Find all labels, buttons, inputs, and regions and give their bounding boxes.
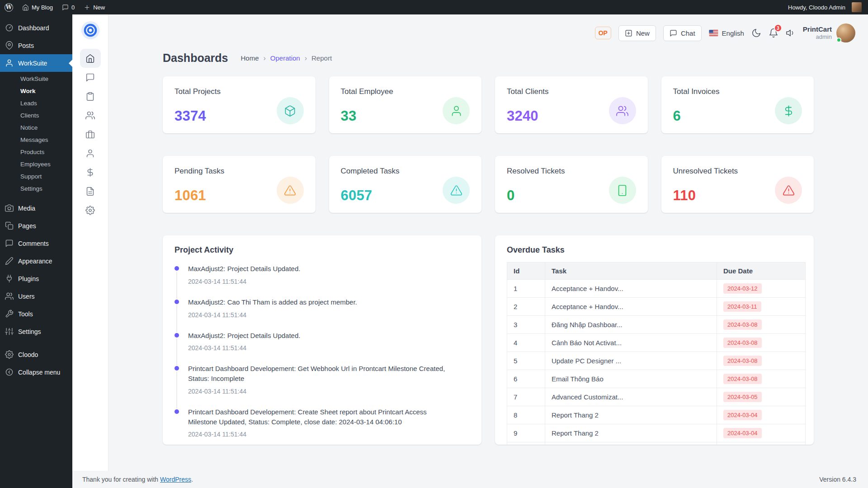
sidebar-item-users[interactable]: Users <box>0 287 72 305</box>
cell-due: 2024-03-04 <box>717 424 806 442</box>
sidebar-item-comments[interactable]: Comments <box>0 235 72 252</box>
online-status-dot <box>836 38 841 42</box>
wp-sidebar: Dashboard Posts WorkSuite WorkSuite Work… <box>0 14 72 488</box>
activity-text: Printcart Dashboard Developement: Get We… <box>188 364 450 384</box>
pushpin-icon <box>5 41 14 50</box>
activity-timestamp: 2024-03-14 11:51:44 <box>188 278 472 285</box>
stat-value: 3374 <box>175 108 221 124</box>
user-avatar[interactable] <box>836 23 855 42</box>
breadcrumb-operation[interactable]: Operation <box>259 54 300 62</box>
panel-title: Project Activity <box>175 245 470 255</box>
dashboard-icon <box>5 23 14 32</box>
rail-reports-button[interactable] <box>80 182 101 201</box>
submenu-item-messages[interactable]: Messages <box>0 134 72 146</box>
table-row: 2Acceptance + Handov...2024-03-11 <box>507 298 806 316</box>
sidebar-item-appearance[interactable]: Appearance <box>0 252 72 270</box>
wordpress-logo-button[interactable]: W <box>5 0 13 14</box>
cell-id: 4 <box>507 334 545 352</box>
wordpress-link[interactable]: WordPress <box>160 476 191 483</box>
submenu-item-notice[interactable]: Notice <box>0 122 72 134</box>
gear-icon <box>5 350 14 359</box>
rail-projects-button[interactable] <box>80 125 101 144</box>
account-menu[interactable]: PrintCart admin <box>803 23 855 42</box>
table-row: 8Report Thang 22024-03-04 <box>507 406 806 424</box>
sidebar-item-settings[interactable]: Settings <box>0 323 72 340</box>
sidebar-collapse-menu[interactable]: Collapse menu <box>0 363 72 381</box>
account-name-block: PrintCart admin <box>803 25 832 41</box>
plus-icon <box>84 4 90 11</box>
new-button[interactable]: New <box>618 25 656 41</box>
submenu-item-work[interactable]: Work <box>0 85 72 97</box>
dark-mode-moon-icon[interactable] <box>751 28 761 38</box>
worksuite-app: OP New Chat <box>72 14 868 471</box>
comments-bubble-icon <box>62 4 69 11</box>
submenu-item-leads[interactable]: Leads <box>0 97 72 109</box>
sidebar-item-posts[interactable]: Posts <box>0 37 72 54</box>
app-icon-rail <box>72 14 108 471</box>
submenu-item-support[interactable]: Support <box>0 170 72 183</box>
table-row: 1Acceptance + Handov...2024-03-12 <box>507 280 806 298</box>
cell-due: 2024-03-11 <box>717 298 806 316</box>
submenu-item-clients[interactable]: Clients <box>0 109 72 122</box>
op-logo-badge[interactable]: OP <box>595 27 611 39</box>
admin-bar-account[interactable]: Howdy, Cloodo Admin <box>788 0 862 14</box>
table-row: 4Cảnh Báo Not Activat...2024-03-08 <box>507 334 806 352</box>
submenu-item-worksuite[interactable]: WorkSuite <box>0 73 72 85</box>
rail-home-button[interactable] <box>80 49 101 68</box>
sidebar-item-plugins[interactable]: Plugins <box>0 270 72 287</box>
sidebar-item-worksuite[interactable]: WorkSuite <box>0 54 72 72</box>
cell-id: 7 <box>507 388 545 406</box>
app-logo[interactable] <box>81 21 100 40</box>
stat-label: Resolved Tickets <box>507 167 565 176</box>
sidebar-item-tools[interactable]: Tools <box>0 305 72 323</box>
cell-due: 2024-03-08 <box>717 352 806 370</box>
sidebar-item-label: Settings <box>18 328 41 335</box>
overdue-tasks-scroll[interactable]: Id Task Due Date 1Acceptance + Handov...… <box>495 262 814 445</box>
gear-icon <box>85 206 95 215</box>
dashboard-content: Dashboards Home Operation Report Total P… <box>108 42 868 471</box>
cell-task: Advanced Customizat... <box>545 388 717 406</box>
main-area: OP New Chat <box>108 14 868 471</box>
sidebar-item-dashboard[interactable]: Dashboard <box>0 19 72 37</box>
admin-bar-site-name[interactable]: My Blog <box>22 0 53 14</box>
admin-bar-new-button[interactable]: New <box>84 0 105 14</box>
activity-dot-icon <box>175 266 179 271</box>
admin-bar-comments[interactable]: 0 <box>62 0 75 14</box>
sidebar-item-cloodo[interactable]: Cloodo <box>0 346 72 363</box>
megaphone-icon[interactable] <box>786 28 796 38</box>
rail-finance-button[interactable] <box>80 163 101 182</box>
footer-thanks-text: Thank you for creating with <box>82 476 158 483</box>
submenu-item-products[interactable]: Products <box>0 146 72 158</box>
sidebar-item-pages[interactable]: Pages <box>0 217 72 235</box>
language-label: English <box>722 29 744 37</box>
col-header-due-date: Due Date <box>717 263 806 280</box>
breadcrumb-home[interactable]: Home <box>241 54 259 62</box>
sidebar-item-media[interactable]: Media <box>0 199 72 217</box>
due-date-badge: 2024-03-11 <box>723 301 761 312</box>
language-selector[interactable]: English <box>709 29 744 37</box>
users-icon <box>609 97 636 124</box>
activity-timestamp: 2024-03-14 11:51:44 <box>188 311 472 319</box>
activity-text: MaxAdjust2: Cao Thi Tham is added as pro… <box>188 297 450 307</box>
tablet-icon <box>609 177 636 204</box>
table-row: 5Update PC Designer ...2024-03-08 <box>507 352 806 370</box>
submenu-item-employees[interactable]: Employees <box>0 158 72 170</box>
sidebar-item-label: Cloodo <box>18 351 38 358</box>
notifications-button[interactable]: 3 <box>769 28 778 38</box>
cell-task: Report Thang 2 <box>545 406 717 424</box>
stat-label: Completed Tasks <box>341 167 400 176</box>
chat-button[interactable]: Chat <box>663 25 702 41</box>
cell-id: 5 <box>507 352 545 370</box>
table-row: 10Report Thang 22024-03-04 <box>507 442 806 445</box>
rail-tasks-button[interactable] <box>80 87 101 106</box>
admin-avatar <box>852 2 862 12</box>
stat-value: 33 <box>341 108 393 124</box>
rail-clients-button[interactable] <box>80 144 101 163</box>
rail-settings-button[interactable] <box>80 201 101 220</box>
project-activity-list[interactable]: MaxAdjust2: Project Details Updated. 202… <box>163 262 481 445</box>
submenu-item-settings[interactable]: Settings <box>0 183 72 195</box>
stat-label: Total Projects <box>175 87 221 96</box>
worksuite-submenu: WorkSuite Work Leads Clients Notice Mess… <box>0 72 72 199</box>
rail-chat-button[interactable] <box>80 68 101 87</box>
rail-team-button[interactable] <box>80 106 101 125</box>
